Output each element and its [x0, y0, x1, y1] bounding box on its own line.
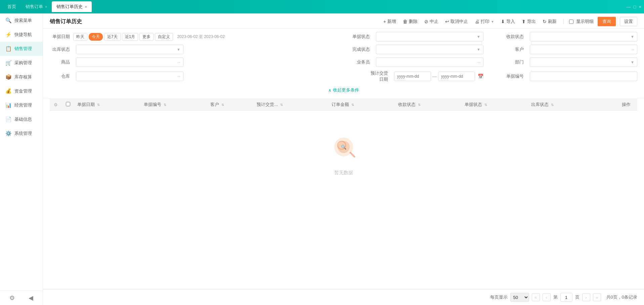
sidebar-icon-operations: 📊	[5, 102, 12, 108]
department-select[interactable]: ▼	[530, 58, 637, 67]
sidebar-label-operations: 经营管理	[14, 102, 32, 108]
collapse-row[interactable]: ∧ 收起更多条件	[50, 86, 637, 95]
tab-sales-order[interactable]: 销售订单×	[21, 1, 52, 12]
tab-sales-order-history[interactable]: 销售订单历史×	[52, 1, 91, 12]
toolbar-btn-print[interactable]: 🖨 打印 ▼	[473, 17, 496, 26]
date-btn-custom[interactable]: 自定义	[155, 33, 173, 41]
sidebar-label-basic-info: 基础信息	[14, 116, 32, 122]
sidebar-item-finance[interactable]: 💰 资金管理	[0, 84, 43, 98]
sidebar-item-basic-info[interactable]: 📄 基础信息	[0, 112, 43, 126]
tab-close-sales-order[interactable]: ×	[45, 5, 47, 9]
prev-page-btn[interactable]: ‹	[543, 293, 551, 301]
customer-select[interactable]: ···	[530, 45, 637, 54]
select-all-checkbox[interactable]	[66, 102, 70, 106]
th-delivery[interactable]: 预计交货... ⇅	[253, 99, 328, 111]
sidebar-icon-sales-mgmt: 📋	[5, 46, 12, 52]
sidebar-icon-purchase-mgmt: 🛒	[5, 60, 12, 66]
page-header: 销售订单历史 + 新增 🗑 删除 ⊘ 中止 ↩ 取消中止 🖨 打印 ▼ ⬇ 导入	[43, 13, 644, 29]
th-customer[interactable]: 客户 ⇅	[207, 99, 254, 111]
th-collection-status[interactable]: 收款状态 ⇅	[395, 99, 461, 111]
th-amount[interactable]: 订单金额 ⇅	[328, 99, 395, 111]
sidebar-item-operations[interactable]: 📊 经营管理	[0, 98, 43, 112]
svg-line-3	[350, 153, 354, 157]
warehouse-select[interactable]: ···	[76, 72, 183, 81]
collapse-icon[interactable]: ◀	[29, 294, 33, 302]
salesperson-select[interactable]: ···	[376, 58, 483, 67]
completion-status-select[interactable]: ▼	[376, 45, 483, 54]
th-checkbox[interactable]	[62, 99, 74, 111]
toolbar-btn-delete[interactable]: 🗑 删除	[401, 17, 419, 26]
next-page-btn[interactable]: ›	[582, 293, 590, 301]
order-status-arrow: ▼	[477, 35, 480, 39]
sidebar-item-purchase-mgmt[interactable]: 🛒 采购管理	[0, 56, 43, 70]
toolbar-icon-export: ⬆	[522, 19, 526, 24]
toolbar-btn-new[interactable]: + 新增	[382, 17, 397, 26]
page-input-label: 第	[553, 294, 558, 300]
settings-icon[interactable]: ⚙	[9, 294, 15, 302]
sidebar-label-search-menu: 搜索菜单	[14, 17, 32, 24]
page-size-select[interactable]: 50 100 200	[510, 293, 529, 302]
settings-button[interactable]: 设置	[620, 17, 637, 26]
toolbar-label-stop: 中止	[430, 18, 438, 25]
calendar-icon-start[interactable]: 📅	[478, 74, 483, 79]
display-toggle-checkbox[interactable]	[569, 20, 573, 24]
delivery-date-start[interactable]	[394, 72, 431, 81]
toolbar-icon-print: 🖨	[475, 19, 479, 24]
empty-state: 🔍 暂无数据	[50, 111, 637, 189]
query-button[interactable]: 查询	[598, 17, 616, 26]
toolbar-label-print: 打印	[481, 18, 489, 25]
maximize-icon[interactable]: □	[634, 4, 636, 9]
close-icon[interactable]: ×	[639, 4, 641, 9]
sort-number-icon: ⇅	[164, 103, 166, 107]
toolbar-icon-cancel-stop: ↩	[445, 19, 449, 24]
toolbar-icon-import: ⬇	[501, 19, 505, 24]
th-settings[interactable]: ⚙	[50, 99, 62, 111]
toolbar-btn-cancel-stop[interactable]: ↩ 取消中止	[444, 17, 469, 26]
toolbar-btn-import[interactable]: ⬇ 导入	[500, 17, 516, 26]
date-btn-today[interactable]: 今天	[89, 33, 103, 41]
table-area: ⚙ 单据日期 ⇅ 单据编号 ⇅ 客户	[43, 99, 644, 289]
sidebar-label-system-mgmt: 系统管理	[14, 130, 32, 137]
toolbar-btn-export[interactable]: ⬆ 导出	[520, 17, 537, 26]
minimize-icon[interactable]: —	[627, 4, 631, 9]
display-toggle[interactable]: 显示明细	[569, 18, 594, 25]
sidebar-icon-basic-info: 📄	[5, 116, 12, 122]
display-toggle-label: 显示明细	[576, 18, 594, 25]
toolbar-btn-refresh[interactable]: ↻ 刷新	[541, 17, 558, 26]
sidebar-item-sales-mgmt[interactable]: 📋 销售管理	[0, 42, 43, 56]
sidebar-label-finance: 资金管理	[14, 88, 32, 94]
order-number-input[interactable]	[530, 72, 637, 81]
sidebar-item-quick-nav[interactable]: ⚡ 快捷导航	[0, 28, 43, 42]
toolbar-btn-stop[interactable]: ⊘ 中止	[423, 17, 440, 26]
date-btn-1month[interactable]: 近1月	[122, 33, 138, 41]
sidebar-icon-inventory: 📦	[5, 74, 12, 80]
sidebar-item-system-mgmt[interactable]: ⚙️ 系统管理	[0, 126, 43, 141]
sidebar-bottom: ⚙ ◀	[0, 291, 43, 305]
order-status-select[interactable]: ▼	[376, 32, 483, 41]
product-select[interactable]: ···	[76, 58, 183, 67]
toolbar-icon-stop: ⊘	[424, 19, 428, 24]
tab-close-sales-order-history[interactable]: ×	[85, 5, 87, 9]
date-btn-7days[interactable]: 近7天	[104, 33, 121, 41]
sidebar-item-search-menu[interactable]: 🔍 搜索菜单	[0, 13, 43, 28]
last-page-btn[interactable]: »	[593, 293, 601, 301]
page-number-input[interactable]: 1	[560, 293, 572, 302]
sidebar-icon-search-menu: 🔍	[5, 17, 12, 24]
date-btn-yesterday[interactable]: 昨天	[73, 33, 87, 41]
sidebar-item-inventory[interactable]: 📦 库存核算	[0, 70, 43, 84]
first-page-btn[interactable]: «	[532, 293, 540, 301]
sort-delivery-icon: ⇅	[280, 103, 283, 107]
collection-status-select[interactable]: ▼	[530, 32, 637, 41]
outbound-status-select[interactable]: ▼	[76, 45, 183, 54]
th-number[interactable]: 单据编号 ⇅	[140, 99, 207, 111]
tab-home[interactable]: 首页	[3, 1, 21, 12]
delivery-date-end[interactable]	[438, 72, 475, 81]
date-btn-more[interactable]: 更多	[139, 33, 154, 41]
tab-label-home: 首页	[7, 4, 16, 10]
th-date[interactable]: 单据日期 ⇅	[74, 99, 140, 111]
total-text: 共0页，0条记录	[606, 294, 637, 300]
th-outbound-status[interactable]: 出库状态 ⇅	[528, 99, 594, 111]
product-dots: ···	[177, 60, 180, 64]
collection-status-label: 收款状态	[504, 34, 527, 40]
th-order-status[interactable]: 单据状态 ⇅	[461, 99, 528, 111]
